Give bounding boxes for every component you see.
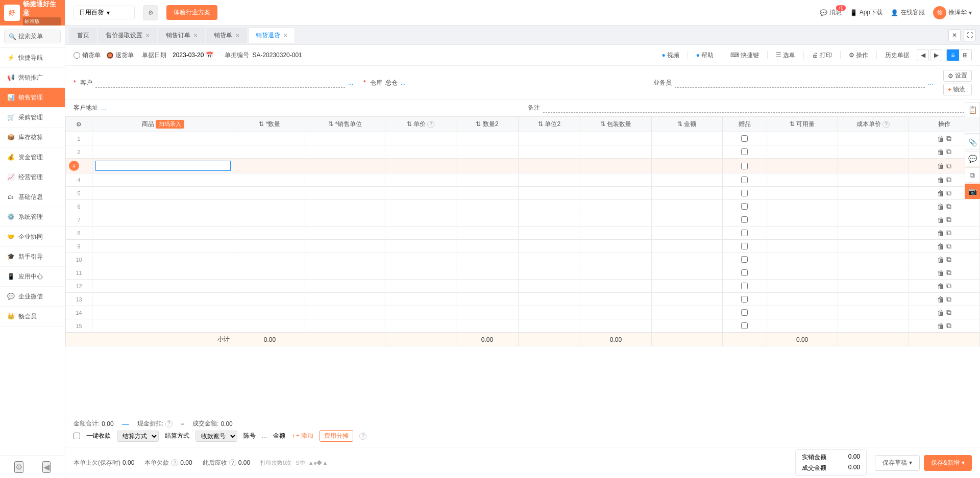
view-list-btn[interactable]: ≡ <box>947 49 959 61</box>
qty2-cell-12[interactable] <box>456 280 519 293</box>
unit2-cell-13[interactable] <box>518 293 580 306</box>
unit-price-help-icon[interactable]: ? <box>427 121 434 128</box>
toolbar-operate[interactable]: ⚙ 操作 <box>846 50 871 61</box>
copy-row-btn-7[interactable]: ⧉ <box>946 215 951 224</box>
toolbar-history[interactable]: 历史单据 <box>882 50 913 61</box>
pkg-qty-cell-9[interactable] <box>580 240 651 253</box>
gift-checkbox-7[interactable] <box>741 216 748 223</box>
pkg-qty-cell-13[interactable] <box>580 293 651 306</box>
warehouse-link[interactable]: ... <box>401 79 406 86</box>
qty2-cell-9[interactable] <box>456 240 519 253</box>
cost-price-cell-8[interactable] <box>838 227 909 240</box>
experience-button[interactable]: 体验行业方案 <box>166 5 217 20</box>
sidebar-item-wechat[interactable]: 💬 企业微信 <box>0 287 65 307</box>
gift-checkbox-1[interactable] <box>741 135 748 142</box>
tab-price-settings[interactable]: 售价提取设置 ✕ <box>98 28 157 43</box>
gift-cell-3[interactable] <box>722 159 767 173</box>
tab-sales-return[interactable]: 销货退货 ✕ <box>248 28 295 43</box>
delete-row-btn-6[interactable]: 🗑 <box>937 202 944 211</box>
pkg-qty-cell-14[interactable] <box>580 306 651 319</box>
tab-price-settings-close[interactable]: ✕ <box>145 33 150 38</box>
delete-row-btn-1[interactable]: 🗑 <box>937 134 944 143</box>
header-settings-button[interactable]: ⚙ <box>143 5 158 20</box>
radio-return-input[interactable] <box>107 52 113 59</box>
product-cell-10[interactable] <box>92 253 234 266</box>
tab-home[interactable]: 首页 <box>69 28 97 43</box>
copy-row-btn-5[interactable]: ⧉ <box>946 189 951 197</box>
unit-price-cell-13[interactable] <box>385 293 456 306</box>
sales-unit-cell-4[interactable] <box>305 173 385 187</box>
copy-row-btn-10[interactable]: ⧉ <box>946 255 951 264</box>
sidebar-item-newbie[interactable]: 🎓 新手引导 <box>0 247 65 267</box>
pkg-qty-cell-12[interactable] <box>580 280 651 293</box>
gift-cell-4[interactable] <box>722 173 767 187</box>
pkg-qty-cell-4[interactable] <box>580 173 651 187</box>
pkg-qty-cell-5[interactable] <box>580 187 651 200</box>
amount-cell-12[interactable] <box>651 280 722 293</box>
salesman-link[interactable]: ... <box>928 79 933 86</box>
gift-checkbox-6[interactable] <box>741 203 748 210</box>
qty2-cell-2[interactable] <box>456 145 519 159</box>
add-payment-btn[interactable]: + + 添加 <box>291 432 313 440</box>
sales-unit-cell-6[interactable] <box>305 200 385 213</box>
copy-row-btn-12[interactable]: ⧉ <box>946 282 951 290</box>
sales-unit-cell-7[interactable] <box>305 213 385 227</box>
qty2-cell-10[interactable] <box>456 253 519 266</box>
gift-checkbox-12[interactable] <box>741 283 748 289</box>
salesman-input[interactable] <box>675 78 925 88</box>
sales-unit-cell-1[interactable] <box>305 132 385 145</box>
gift-cell-10[interactable] <box>722 253 767 266</box>
delete-row-btn-15[interactable]: 🗑 <box>937 321 944 330</box>
gift-cell-1[interactable] <box>722 132 767 145</box>
gift-checkbox-4[interactable] <box>741 177 748 183</box>
app-download-item[interactable]: 📱 App下载 <box>850 8 883 17</box>
pkg-qty-cell-2[interactable] <box>580 145 651 159</box>
delete-row-btn-5[interactable]: 🗑 <box>937 189 944 197</box>
cost-price-cell-5[interactable] <box>838 187 909 200</box>
gift-cell-12[interactable] <box>722 280 767 293</box>
sidebar-item-apps[interactable]: 📱 应用中心 <box>0 267 65 287</box>
sidebar-item-finance[interactable]: 💰 资金管理 <box>0 147 65 167</box>
cost-price-cell-14[interactable] <box>838 306 909 319</box>
unit2-cell-15[interactable] <box>518 319 580 333</box>
date-picker[interactable]: 2023-03-20 📅 <box>169 51 216 60</box>
delete-row-btn-3[interactable]: 🗑 <box>937 162 944 170</box>
qty2-cell-8[interactable] <box>456 227 519 240</box>
unit-price-cell-4[interactable] <box>385 173 456 187</box>
unit-price-cell-3[interactable] <box>385 159 456 173</box>
qty2-cell-11[interactable] <box>456 266 519 280</box>
scan-input-button[interactable]: 扫码录入 <box>156 120 184 129</box>
product-cell-15[interactable] <box>92 319 234 333</box>
product-cell-8[interactable] <box>92 227 234 240</box>
unit2-cell-11[interactable] <box>518 266 580 280</box>
should-receive-help-icon[interactable]: ? <box>229 459 236 466</box>
unit2-cell-1[interactable] <box>518 132 580 145</box>
pkg-qty-cell-15[interactable] <box>580 319 651 333</box>
delete-row-btn-13[interactable]: 🗑 <box>937 295 944 304</box>
sales-unit-cell-9[interactable] <box>305 240 385 253</box>
single-owe-help-icon[interactable]: ? <box>171 459 178 466</box>
float-chat-btn[interactable]: 💬 <box>965 151 980 166</box>
unit2-cell-6[interactable] <box>518 200 580 213</box>
cost-price-help-icon[interactable]: ? <box>883 121 890 128</box>
cost-price-cell-2[interactable] <box>838 145 909 159</box>
sidebar-item-marketing[interactable]: 📢 营销推广 <box>0 68 65 88</box>
product-cell-6[interactable] <box>92 200 234 213</box>
pkg-qty-cell-7[interactable] <box>580 213 651 227</box>
tab-sales-delivery[interactable]: 销货单 ✕ <box>206 28 247 43</box>
amount-cell-1[interactable] <box>651 132 722 145</box>
qty-cell-2[interactable] <box>234 145 305 159</box>
discount-help-icon[interactable]: ? <box>165 420 173 427</box>
tab-sales-order[interactable]: 销售订单 ✕ <box>158 28 205 43</box>
gift-cell-15[interactable] <box>722 319 767 333</box>
unit-price-cell-9[interactable] <box>385 240 456 253</box>
pkg-qty-cell-1[interactable] <box>580 132 651 145</box>
toolbar-print[interactable]: 🖨 打印 <box>809 50 835 61</box>
unit-price-cell-14[interactable] <box>385 306 456 319</box>
tab-sales-return-close[interactable]: ✕ <box>283 33 287 38</box>
address-link[interactable]: ... <box>101 105 106 112</box>
pkg-qty-cell-11[interactable] <box>580 266 651 280</box>
qty2-cell-3[interactable] <box>456 159 519 173</box>
gift-checkbox-14[interactable] <box>741 309 748 316</box>
sidebar-item-inventory[interactable]: 📦 库存核算 <box>0 128 65 147</box>
